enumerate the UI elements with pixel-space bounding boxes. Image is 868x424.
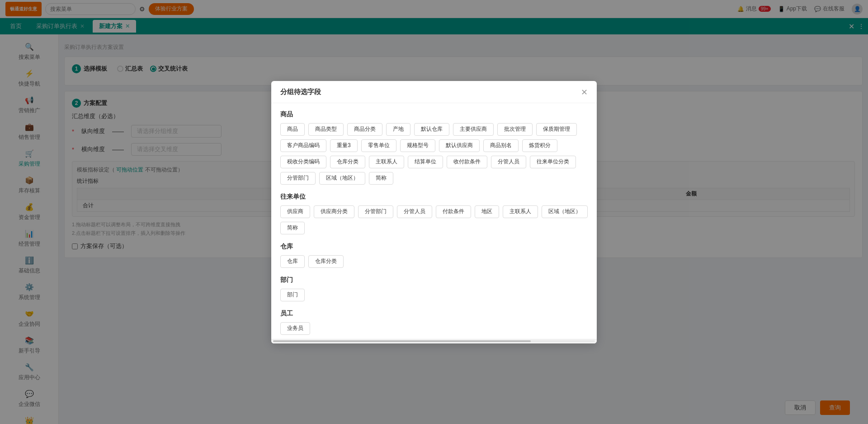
modal-scroll-bar[interactable] xyxy=(271,339,597,343)
field-tag-warehouse-category[interactable]: 仓库分类 xyxy=(330,156,365,168)
field-tag-product-type[interactable]: 商品类型 xyxy=(308,123,344,136)
field-tag-tax-code[interactable]: 税收分类编码 xyxy=(280,156,326,168)
modal-header: 分组待选字段 ✕ xyxy=(271,81,597,103)
field-tag-main-supplier[interactable]: 主要供应商 xyxy=(453,123,494,136)
partner-field-tags: 供应商 供应商分类 分管部门 分管人员 付款条件 地区 主联系人 区域（地区） … xyxy=(280,205,588,234)
field-tag-weight[interactable]: 重量3 xyxy=(330,139,358,152)
field-tag-batch[interactable]: 批次管理 xyxy=(497,123,533,136)
group-title-employee: 员工 xyxy=(280,310,588,318)
product-field-tags: 商品 商品类型 商品分类 产地 默认仓库 主要供应商 批次管理 保质期管理 客户… xyxy=(280,123,588,185)
field-tag-partner-contact[interactable]: 主联系人 xyxy=(503,205,538,218)
field-tag-settlement-unit[interactable]: 结算单位 xyxy=(408,156,443,168)
field-tag-default-supplier[interactable]: 默认供应商 xyxy=(439,139,480,152)
field-tag-payment-terms[interactable]: 收付款条件 xyxy=(447,156,487,168)
field-tag-supervisor[interactable]: 分管人员 xyxy=(491,156,526,168)
field-tag-customer-code[interactable]: 客户商品编码 xyxy=(280,139,326,152)
field-tag-default-warehouse[interactable]: 默认仓库 xyxy=(414,123,449,136)
field-tag-supplier[interactable]: 供应商 xyxy=(280,205,310,218)
field-tag-dept[interactable]: 分管部门 xyxy=(280,172,316,185)
field-tag-payment-condition[interactable]: 付款条件 xyxy=(436,205,471,218)
field-tag-partner-abbr[interactable]: 简称 xyxy=(280,222,305,234)
field-tag-abbr[interactable]: 简称 xyxy=(369,172,393,185)
group-title-department: 部门 xyxy=(280,276,588,284)
modal-close-button[interactable]: ✕ xyxy=(581,87,588,97)
field-tag-district[interactable]: 地区 xyxy=(475,205,499,218)
field-tag-supplier-category[interactable]: 供应商分类 xyxy=(314,205,354,218)
department-field-tags: 部门 xyxy=(280,289,588,301)
field-tag-product-alias[interactable]: 商品别名 xyxy=(483,139,519,152)
field-tag-partner-dept[interactable]: 分管部门 xyxy=(358,205,393,218)
field-group-employee: 员工 业务员 xyxy=(280,310,588,335)
field-tag-warehouse[interactable]: 仓库 xyxy=(280,255,305,268)
field-group-product: 商品 商品 商品类型 商品分类 产地 默认仓库 主要供应商 批次管理 保质期管理… xyxy=(280,110,588,185)
warehouse-field-tags: 仓库 仓库分类 xyxy=(280,255,588,268)
field-tag-department[interactable]: 部门 xyxy=(280,289,305,301)
employee-field-tags: 业务员 xyxy=(280,322,588,335)
modal-body[interactable]: 商品 商品 商品类型 商品分类 产地 默认仓库 主要供应商 批次管理 保质期管理… xyxy=(271,103,597,339)
field-tag-product-category[interactable]: 商品分类 xyxy=(347,123,382,136)
field-tag-partner-supervisor[interactable]: 分管人员 xyxy=(397,205,432,218)
field-group-department: 部门 部门 xyxy=(280,276,588,301)
field-tag-partner-region[interactable]: 区域（地区） xyxy=(542,205,588,218)
field-tag-spec-model[interactable]: 规格型号 xyxy=(400,139,435,152)
group-title-partner: 往来单位 xyxy=(280,193,588,201)
field-tag-shelf-life[interactable]: 保质期管理 xyxy=(536,123,577,136)
modal-dialog: 分组待选字段 ✕ 商品 商品 商品类型 商品分类 产地 默认仓库 主要供应商 批… xyxy=(271,81,597,343)
field-tag-salesperson[interactable]: 业务员 xyxy=(280,322,310,335)
field-group-partner: 往来单位 供应商 供应商分类 分管部门 分管人员 付款条件 地区 主联系人 区域… xyxy=(280,193,588,234)
field-tag-origin[interactable]: 产地 xyxy=(386,123,410,136)
field-tag-product[interactable]: 商品 xyxy=(280,123,305,136)
field-tag-main-contact[interactable]: 主联系人 xyxy=(369,156,404,168)
field-group-warehouse: 仓库 仓库 仓库分类 xyxy=(280,243,588,268)
group-title-warehouse: 仓库 xyxy=(280,243,588,251)
field-tag-counterpart-category[interactable]: 往来单位分类 xyxy=(530,156,576,168)
group-title-product: 商品 xyxy=(280,110,588,119)
field-tag-refine[interactable]: 炼货积分 xyxy=(522,139,557,152)
modal-overlay: 分组待选字段 ✕ 商品 商品 商品类型 商品分类 产地 默认仓库 主要供应商 批… xyxy=(0,0,868,424)
field-tag-region[interactable]: 区域（地区） xyxy=(319,172,365,185)
field-tag-retail-unit[interactable]: 零售单位 xyxy=(361,139,396,152)
field-tag-warehouse-cat[interactable]: 仓库分类 xyxy=(308,255,344,268)
modal-title: 分组待选字段 xyxy=(280,88,321,96)
